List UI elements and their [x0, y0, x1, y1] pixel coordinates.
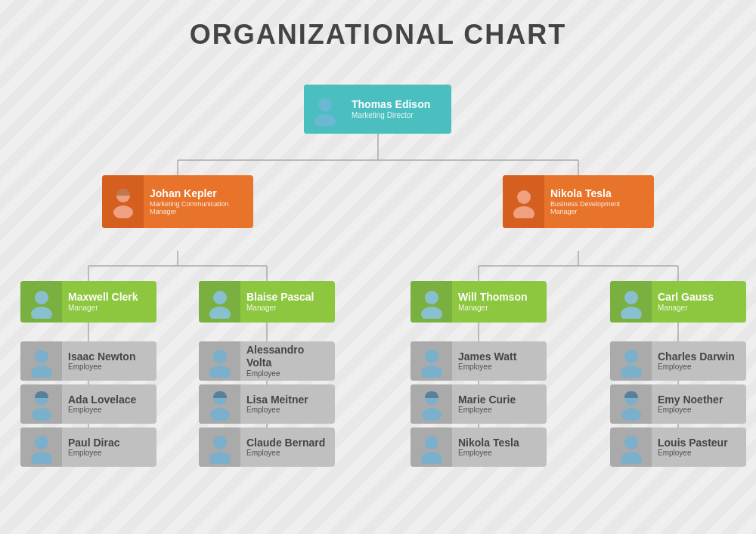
- card-james-watt: James Watt Employee: [411, 341, 547, 381]
- card-isaac-newton: Isaac Newton Employee: [20, 341, 156, 381]
- card-info-charles: Charles Darwin Employee: [652, 347, 746, 375]
- card-carl-gauss: Carl Gauss Manager: [610, 281, 746, 323]
- svg-point-33: [513, 206, 534, 218]
- card-info-marie: Marie Curie Employee: [452, 390, 547, 418]
- svg-point-39: [421, 307, 442, 319]
- org-chart: Thomas Edison Marketing Director Johan K…: [15, 58, 741, 534]
- svg-point-49: [209, 366, 231, 378]
- svg-point-57: [422, 408, 442, 421]
- svg-point-51: [210, 408, 230, 421]
- card-info-maxwell: Maxwell Clerk Manager: [62, 288, 156, 316]
- svg-point-46: [35, 436, 48, 449]
- card-ada-lovelace: Ada Lovelace Employee: [20, 384, 156, 424]
- card-thomas-edison: Thomas Edison Marketing Director: [304, 85, 451, 134]
- chart-title: ORGANIZATIONAL CHART: [15, 8, 741, 58]
- card-blaise-pascal: Blaise Pascal Manager: [199, 281, 335, 323]
- card-claude-bernard: Claude Bernard Employee: [199, 428, 335, 467]
- card-maxwell-clerk: Maxwell Clerk Manager: [20, 281, 156, 323]
- card-info-johan: Johan Kepler Marketing Communication Man…: [144, 184, 253, 219]
- card-johan-kepler: Johan Kepler Marketing Communication Man…: [102, 175, 253, 228]
- svg-point-55: [421, 366, 442, 378]
- avatar-carl: [610, 281, 652, 323]
- svg-point-34: [35, 291, 48, 304]
- card-charles-darwin: Charles Darwin Employee: [610, 341, 746, 381]
- card-info-blaise: Blaise Pascal Manager: [240, 288, 335, 316]
- card-info-carl: Carl Gauss Manager: [652, 288, 746, 316]
- avatar-james: [411, 341, 452, 381]
- svg-point-35: [31, 307, 52, 319]
- svg-point-65: [621, 452, 642, 464]
- avatar-nikola-t: [503, 175, 544, 228]
- svg-point-48: [213, 350, 227, 363]
- card-lisa-meitner: Lisa Meitner Employee: [199, 384, 335, 424]
- card-nikola-employee: Nikola Tesla Employee: [411, 428, 547, 467]
- avatar-charles: [610, 341, 652, 381]
- avatar-paul: [20, 428, 62, 467]
- svg-point-52: [213, 436, 227, 449]
- svg-point-54: [425, 350, 438, 363]
- svg-point-29: [314, 114, 336, 126]
- svg-point-43: [31, 366, 52, 378]
- card-info-lisa: Lisa Meitner Employee: [240, 390, 335, 418]
- svg-point-41: [621, 307, 642, 319]
- svg-point-32: [517, 190, 531, 204]
- card-nikola-tesla-manager: Nikola Tesla Business Development Manage…: [503, 175, 654, 228]
- card-info-claude: Claude Bernard Employee: [240, 434, 335, 461]
- svg-point-47: [31, 452, 52, 464]
- avatar-louis: [610, 428, 652, 467]
- svg-point-61: [621, 366, 642, 378]
- card-info-will: Will Thomson Manager: [452, 288, 547, 316]
- card-emy-noether: Emy Noether Employee: [610, 384, 746, 424]
- card-info-james: James Watt Employee: [452, 347, 547, 375]
- avatar-lisa: [199, 384, 240, 424]
- avatar-blaise: [199, 281, 240, 323]
- card-alessandro-volta: Alessandro Volta Employee: [199, 341, 335, 381]
- svg-point-38: [425, 291, 438, 304]
- svg-point-45: [32, 408, 51, 421]
- avatar-emy: [610, 384, 652, 424]
- svg-point-37: [209, 307, 231, 319]
- avatar-isaac: [20, 341, 62, 381]
- svg-point-59: [421, 452, 442, 464]
- avatar-johan: [102, 175, 144, 228]
- svg-point-28: [318, 98, 332, 112]
- card-info-thomas: Thomas Edison Marketing Director: [345, 95, 451, 123]
- svg-point-36: [213, 291, 227, 304]
- avatar-marie: [411, 384, 452, 424]
- svg-point-58: [425, 436, 438, 449]
- svg-point-40: [624, 291, 638, 304]
- avatar-thomas: [304, 85, 345, 134]
- svg-point-64: [624, 436, 638, 449]
- card-info-emy: Emy Noether Employee: [652, 390, 746, 418]
- card-will-thomson: Will Thomson Manager: [411, 281, 547, 323]
- avatar-nikola-e: [411, 428, 452, 467]
- svg-point-31: [113, 205, 133, 218]
- card-info-nikola-e: Nikola Tesla Employee: [452, 434, 547, 461]
- card-info-louis: Louis Pasteur Employee: [652, 434, 746, 461]
- svg-point-53: [209, 452, 231, 464]
- svg-point-42: [35, 350, 48, 363]
- card-info-ada: Ada Lovelace Employee: [62, 390, 156, 418]
- avatar-will: [411, 281, 452, 323]
- avatar-maxwell: [20, 281, 62, 323]
- card-marie-curie: Marie Curie Employee: [411, 384, 547, 424]
- card-paul-dirac: Paul Dirac Employee: [20, 428, 156, 467]
- card-louis-pasteur: Louis Pasteur Employee: [610, 428, 746, 467]
- card-info-paul: Paul Dirac Employee: [62, 434, 156, 461]
- avatar-alessandro: [199, 341, 240, 381]
- avatar-ada: [20, 384, 62, 424]
- avatar-claude: [199, 428, 240, 467]
- svg-point-60: [624, 350, 638, 363]
- svg-point-63: [621, 408, 641, 421]
- card-info-nikola-t: Nikola Tesla Business Development Manage…: [544, 184, 654, 219]
- card-info-isaac: Isaac Newton Employee: [62, 347, 156, 375]
- card-info-alessandro: Alessandro Volta Employee: [240, 341, 335, 381]
